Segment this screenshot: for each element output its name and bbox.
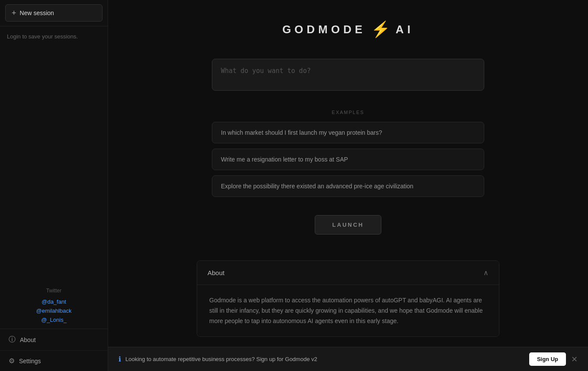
twitter-section: Twitter @da_fant @emilahlback @_Lonis_ [0,283,108,329]
login-text: Login to save your sessions. [0,26,108,47]
sidebar-bottom: ⓘ About ⚙ Settings [0,329,108,371]
new-session-button[interactable]: + New session [5,4,102,22]
example-card-1[interactable]: Write me a resignation letter to my boss… [212,149,484,170]
sidebar-top: + New session [0,0,108,26]
twitter-link-1[interactable]: @emilahlback [0,306,108,315]
examples-label: EXAMPLES [212,110,484,115]
sidebar-spacer [0,47,108,283]
logo-left-text: GODMODE [282,23,366,36]
main-input[interactable] [212,59,484,91]
logo-row: GODMODE ⚡ AI [282,22,414,37]
sign-up-button[interactable]: Sign Up [529,352,566,366]
notification-text: Looking to automate repetitive business … [125,356,317,362]
settings-icon: ⚙ [9,357,15,365]
about-label: About [20,336,36,343]
examples-section: EXAMPLES In which market should I first … [212,110,484,202]
twitter-label: Twitter [0,288,108,294]
notification-bar: ℹ Looking to automate repetitive busines… [108,347,588,371]
about-body: Godmode is a web platform to access the … [197,285,499,336]
logo-right-text: AI [396,23,414,36]
main-content: GODMODE ⚡ AI EXAMPLES In which market sh… [108,0,588,371]
settings-button[interactable]: ⚙ Settings [0,351,108,371]
about-text: Godmode is a web platform to access the … [209,295,487,326]
notification-left: ℹ Looking to automate repetitive busines… [118,355,317,363]
example-card-2[interactable]: Explore the possibility there existed an… [212,175,484,197]
twitter-link-0[interactable]: @da_fant [0,297,108,306]
chevron-up-icon: ∧ [483,269,489,277]
plus-icon: + [12,9,16,17]
about-header[interactable]: About ∧ [197,261,499,285]
settings-label: Settings [19,358,41,365]
about-icon: ⓘ [9,335,16,344]
info-icon: ℹ [118,355,121,363]
close-notification-button[interactable]: ✕ [571,355,578,363]
about-button[interactable]: ⓘ About [0,329,108,351]
lightning-icon: ⚡ [371,22,390,37]
launch-button[interactable]: LAUNCH [315,215,382,235]
sidebar: + New session Login to save your session… [0,0,108,371]
new-session-label: New session [20,10,54,16]
notification-right: Sign Up ✕ [529,352,578,366]
twitter-link-2[interactable]: @_Lonis_ [0,315,108,324]
about-section: About ∧ Godmode is a web platform to acc… [197,260,499,337]
example-card-0[interactable]: In which market should I first launch my… [212,122,484,143]
about-header-label: About [208,269,224,276]
app-wrapper: + New session Login to save your session… [0,0,588,371]
main-inner: GODMODE ⚡ AI EXAMPLES In which market sh… [108,0,588,371]
input-wrapper [212,59,484,92]
